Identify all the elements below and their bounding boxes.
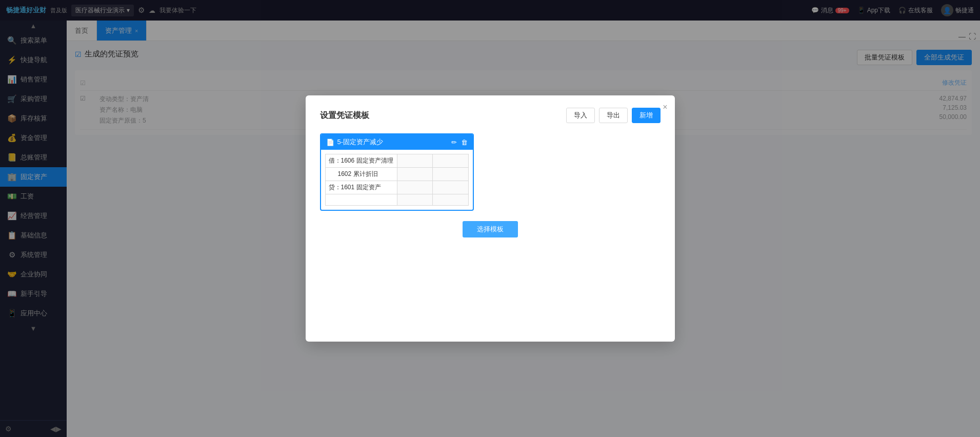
entry-credit-1 (433, 168, 469, 181)
template-card-header: 📄 5-固定资产减少 ✏ 🗑 (321, 134, 473, 150)
table-row: 1602 累计折旧 (325, 168, 468, 181)
entry-debit-1 (397, 168, 433, 181)
template-card-title-area: 📄 5-固定资产减少 (326, 137, 384, 147)
modal-close-button[interactable]: × (663, 103, 667, 112)
template-card: 📄 5-固定资产减少 ✏ 🗑 借：1606 固定资产清理 (320, 133, 474, 211)
select-template-button[interactable]: 选择模板 (463, 221, 518, 237)
entry-type-2: 贷：1601 固定资产 (325, 181, 397, 194)
template-card-actions: ✏ 🗑 (451, 138, 468, 146)
export-button[interactable]: 导出 (599, 108, 628, 123)
table-row (325, 194, 468, 206)
template-name: 5-固定资产减少 (337, 137, 384, 147)
modal-header-buttons: 导入 导出 新增 (566, 108, 661, 123)
select-template-area: 选择模板 (320, 221, 661, 237)
modal-set-template: × 设置凭证模板 导入 导出 新增 📄 5-固定资产减少 ✏ 🗑 (306, 95, 675, 342)
entry-type-0: 借：1606 固定资产清理 (325, 154, 397, 168)
entry-debit-0 (397, 154, 433, 168)
import-button[interactable]: 导入 (566, 108, 595, 123)
template-edit-icon[interactable]: ✏ (451, 138, 457, 146)
entry-debit-2 (397, 181, 433, 194)
template-table: 借：1606 固定资产清理 1602 累计折旧 贷：1601 固定资产 (325, 154, 469, 206)
entry-credit-2 (433, 181, 469, 194)
entry-type-3 (325, 194, 397, 206)
template-doc-icon: 📄 (326, 138, 334, 146)
table-row: 借：1606 固定资产清理 (325, 154, 468, 168)
new-button[interactable]: 新增 (632, 108, 661, 123)
entry-debit-3 (397, 194, 433, 206)
template-body: 借：1606 固定资产清理 1602 累计折旧 贷：1601 固定资产 (321, 150, 473, 210)
table-row: 贷：1601 固定资产 (325, 181, 468, 194)
modal-header: 设置凭证模板 导入 导出 新增 (320, 108, 661, 123)
modal-title: 设置凭证模板 (320, 110, 369, 121)
entry-credit-0 (433, 154, 469, 168)
entry-type-1: 1602 累计折旧 (325, 168, 397, 181)
template-delete-icon[interactable]: 🗑 (461, 138, 468, 146)
entry-credit-3 (433, 194, 469, 206)
modal-overlay: × 设置凭证模板 导入 导出 新增 📄 5-固定资产减少 ✏ 🗑 (0, 0, 980, 437)
